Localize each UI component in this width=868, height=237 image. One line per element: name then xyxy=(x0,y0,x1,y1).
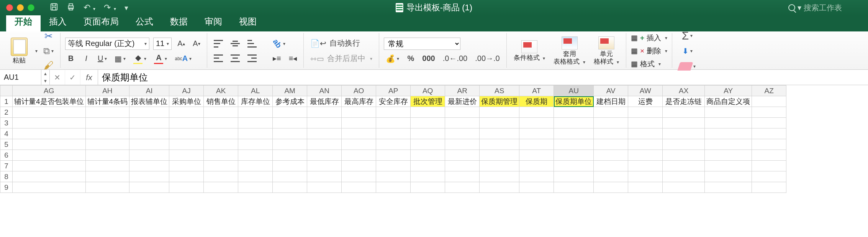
cell-AH6[interactable] xyxy=(85,150,129,161)
row-header-4[interactable]: 4 xyxy=(0,128,13,139)
cell-AO6[interactable] xyxy=(342,150,376,161)
cell-AV4[interactable] xyxy=(594,128,628,139)
italic-button[interactable]: I xyxy=(80,53,92,64)
cell-AU7[interactable] xyxy=(554,161,594,171)
undo-icon[interactable]: ↶ ▾ xyxy=(84,3,95,13)
cell-AO7[interactable] xyxy=(342,161,376,171)
cell-AZ5[interactable] xyxy=(752,139,786,150)
cell-AJ8[interactable] xyxy=(169,171,204,182)
cell-AS5[interactable] xyxy=(480,139,519,150)
cell-AO8[interactable] xyxy=(342,171,376,182)
col-header-AX[interactable]: AX xyxy=(663,86,705,96)
col-header-AI[interactable]: AI xyxy=(129,86,169,96)
cell-AX6[interactable] xyxy=(663,150,705,161)
autosum-button[interactable]: Σ▾ xyxy=(677,30,698,41)
minimize-window[interactable] xyxy=(17,4,24,11)
cell-AW3[interactable] xyxy=(628,118,663,128)
cell-AR2[interactable] xyxy=(445,107,480,118)
cell-AO4[interactable] xyxy=(342,128,376,139)
cell-AM1[interactable]: 参考成本 xyxy=(273,96,307,107)
cell-AV8[interactable] xyxy=(594,171,628,182)
font-color-button[interactable]: A▾ xyxy=(152,53,169,64)
cell-AQ4[interactable] xyxy=(411,128,445,139)
cell-AQ8[interactable] xyxy=(411,171,445,182)
cell-AY8[interactable] xyxy=(705,171,752,182)
decrease-indent-button[interactable]: ▸≡ xyxy=(271,53,283,64)
cell-AJ2[interactable] xyxy=(169,107,204,118)
cell-AO9[interactable] xyxy=(342,182,376,193)
formula-confirm[interactable]: ✓ xyxy=(65,70,80,85)
cell-AZ3[interactable] xyxy=(752,118,786,128)
cell-AQ2[interactable] xyxy=(411,107,445,118)
tab-4[interactable]: 数据 xyxy=(162,13,196,31)
save-icon[interactable] xyxy=(50,3,58,13)
cell-AL4[interactable] xyxy=(238,128,273,139)
cell-AG2[interactable] xyxy=(13,107,86,118)
col-header-AJ[interactable]: AJ xyxy=(169,86,204,96)
align-middle-button[interactable] xyxy=(229,38,242,49)
cell-AI6[interactable] xyxy=(129,150,169,161)
font-size-select[interactable]: 11▾ xyxy=(153,38,172,50)
cell-AI9[interactable] xyxy=(129,182,169,193)
cell-AL8[interactable] xyxy=(238,171,273,182)
cell-AJ4[interactable] xyxy=(169,128,204,139)
bold-button[interactable]: B xyxy=(65,53,77,64)
cell-AZ1[interactable] xyxy=(752,96,786,107)
decrease-font-button[interactable]: A▾ xyxy=(191,38,202,49)
cell-AX9[interactable] xyxy=(663,182,705,193)
align-left-button[interactable] xyxy=(212,53,225,64)
increase-indent-button[interactable]: ≡◂ xyxy=(287,53,299,64)
cell-AH3[interactable] xyxy=(85,118,129,128)
tab-5[interactable]: 审阅 xyxy=(196,13,231,31)
cell-AG7[interactable] xyxy=(13,161,86,171)
cell-AY4[interactable] xyxy=(705,128,752,139)
cell-AI2[interactable] xyxy=(129,107,169,118)
row-header-6[interactable]: 6 xyxy=(0,150,13,161)
cell-AZ9[interactable] xyxy=(752,182,786,193)
col-header-AO[interactable]: AO xyxy=(342,86,376,96)
cell-AN1[interactable]: 最低库存 xyxy=(307,96,342,107)
cell-AW1[interactable]: 运费 xyxy=(628,96,663,107)
cell-AV5[interactable] xyxy=(594,139,628,150)
cell-AT3[interactable] xyxy=(519,118,554,128)
cell-AK4[interactable] xyxy=(204,128,238,139)
cell-AK5[interactable] xyxy=(204,139,238,150)
tab-0[interactable]: 开始 xyxy=(6,13,41,31)
cell-AP1[interactable]: 安全库存 xyxy=(376,96,411,107)
cell-AO2[interactable] xyxy=(342,107,376,118)
number-format-select[interactable]: 常规 xyxy=(384,38,460,50)
cell-AH2[interactable] xyxy=(85,107,129,118)
cell-AX7[interactable] xyxy=(663,161,705,171)
cell-AM9[interactable] xyxy=(273,182,307,193)
cell-AP8[interactable] xyxy=(376,171,411,182)
cell-AV3[interactable] xyxy=(594,118,628,128)
cell-AQ7[interactable] xyxy=(411,161,445,171)
cell-AY5[interactable] xyxy=(705,139,752,150)
cell-AK1[interactable]: 销售单位 xyxy=(204,96,238,107)
cell-AY6[interactable] xyxy=(705,150,752,161)
cell-AM2[interactable] xyxy=(273,107,307,118)
cell-AR4[interactable] xyxy=(445,128,480,139)
tab-1[interactable]: 插入 xyxy=(41,13,75,31)
cell-AR3[interactable] xyxy=(445,118,480,128)
cell-style-button[interactable]: 单元 格样式 ▾ xyxy=(591,36,621,65)
cell-AL1[interactable]: 库存单位 xyxy=(238,96,273,107)
orientation-button[interactable]: ab▾ xyxy=(271,38,287,49)
cell-AO1[interactable]: 最高库存 xyxy=(342,96,376,107)
print-icon[interactable] xyxy=(67,3,75,13)
cell-AM3[interactable] xyxy=(273,118,307,128)
cell-AR9[interactable] xyxy=(445,182,480,193)
cell-AP2[interactable] xyxy=(376,107,411,118)
copy-button[interactable]: ⧉ ▾ xyxy=(41,45,56,57)
cell-AV7[interactable] xyxy=(594,161,628,171)
cell-AR5[interactable] xyxy=(445,139,480,150)
col-header-AS[interactable]: AS xyxy=(480,86,519,96)
cell-AN7[interactable] xyxy=(307,161,342,171)
cell-AH8[interactable] xyxy=(85,171,129,182)
cell-AT7[interactable] xyxy=(519,161,554,171)
cell-AQ3[interactable] xyxy=(411,118,445,128)
cell-AG4[interactable] xyxy=(13,128,86,139)
search-input[interactable] xyxy=(804,3,861,12)
cell-AN4[interactable] xyxy=(307,128,342,139)
cell-AK3[interactable] xyxy=(204,118,238,128)
